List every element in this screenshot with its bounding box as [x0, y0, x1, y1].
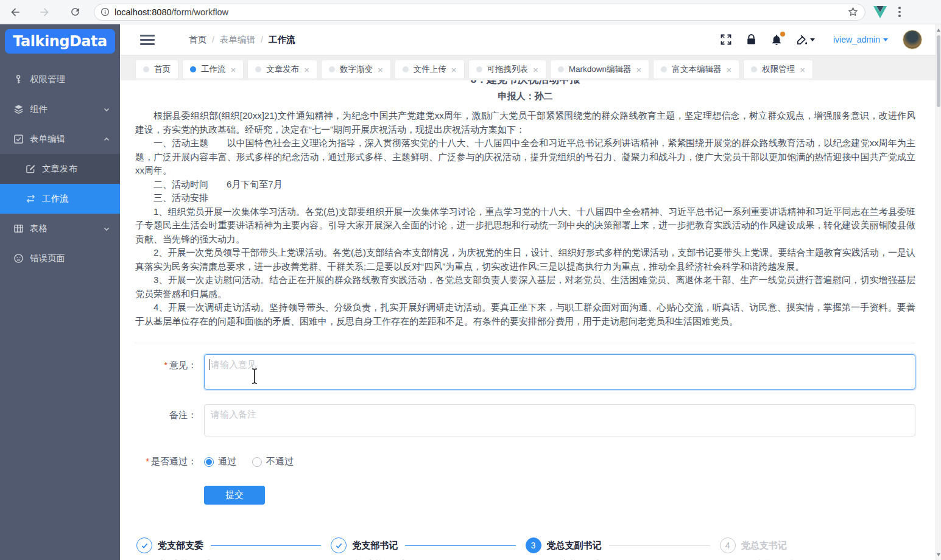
- step-title: 党总支书记: [741, 540, 787, 551]
- submit-button[interactable]: 提交: [204, 486, 265, 505]
- browser-back-button[interactable]: [5, 2, 26, 23]
- sidebar-menu: 权限管理 组件 表单编辑 文章发布 工作流 表格: [0, 65, 120, 273]
- notifications-button[interactable]: [770, 33, 783, 46]
- tab-label: 文章发布: [266, 64, 299, 75]
- step-connector: [211, 545, 321, 546]
- ibeam-cursor: [250, 368, 259, 385]
- page-content: 8：建党节庆祝活动申报 申报人：孙二 根据县委组织部(组织[20xx]21)文件…: [120, 80, 936, 560]
- tab-label: Markdown编辑器: [569, 64, 632, 75]
- avatar[interactable]: [903, 30, 922, 49]
- sidebar-item-workflow[interactable]: 工作流: [0, 184, 120, 214]
- close-icon[interactable]: ×: [800, 65, 805, 74]
- tab-label: 富文本编辑器: [672, 64, 721, 75]
- tab-drag-list[interactable]: 可拖拽列表×: [468, 60, 546, 79]
- close-icon[interactable]: ×: [231, 65, 236, 74]
- breadcrumb-form-edit[interactable]: 表单编辑: [220, 34, 255, 46]
- tab-article-publish[interactable]: 文章发布×: [247, 60, 317, 79]
- sidebar-item-label: 权限管理: [30, 74, 110, 85]
- paragraph: 2、开展一次党员领导干部带头上党课活动。各党(总)支部结合本支部情况，为庆祝党的…: [135, 246, 915, 273]
- paragraph: 一、活动主题 以中国特色社会主义理论为指导，深入贯彻落实党的十八大、十八届四中全…: [135, 136, 915, 178]
- tab-label: 数字渐变: [340, 64, 373, 75]
- close-icon[interactable]: ×: [304, 65, 309, 74]
- tab-markdown-editor[interactable]: Markdown编辑器×: [550, 60, 650, 79]
- step-4: 4 党总支书记 赵六审核并通过: [720, 537, 914, 560]
- remark-label: 备注：: [135, 404, 204, 436]
- page-scrollbar[interactable]: [936, 24, 941, 560]
- remark-row: 备注：: [135, 404, 915, 436]
- tab-home[interactable]: 首页: [135, 60, 178, 79]
- close-icon[interactable]: ×: [378, 65, 383, 74]
- theme-button[interactable]: [796, 34, 815, 46]
- vue-devtools-icon[interactable]: [873, 5, 887, 19]
- step-number: 4: [720, 537, 736, 553]
- radio-fail[interactable]: 不通过: [252, 456, 294, 467]
- open-tabs-bar: 首页 工作流× 文章发布× 数字渐变× 文件上传× 可拖拽列表× Markdow…: [120, 55, 936, 80]
- sidebar: TalkingData 权限管理 组件 表单编辑 文章发布 工作流: [0, 24, 120, 560]
- breadcrumb-separator: /: [212, 35, 214, 44]
- browser-forward-button[interactable]: [34, 2, 55, 23]
- refresh-icon: [69, 6, 81, 18]
- checkbox-icon: [13, 134, 24, 144]
- bookmark-star-icon[interactable]: [847, 6, 859, 18]
- paragraph: 三、活动安排: [135, 191, 915, 205]
- fullscreen-button[interactable]: [720, 33, 732, 46]
- step-number: 3: [526, 537, 541, 553]
- key-icon: [13, 74, 24, 85]
- tab-rich-text-editor[interactable]: 富文本编辑器×: [653, 60, 739, 79]
- sidebar-item-article-publish[interactable]: 文章发布: [0, 154, 120, 184]
- sidebar-item-error-pages[interactable]: 错误页面: [0, 243, 120, 273]
- close-icon[interactable]: ×: [533, 65, 538, 74]
- close-icon[interactable]: ×: [726, 65, 731, 74]
- notification-badge: [780, 32, 785, 37]
- tab-upload[interactable]: 文件上传×: [395, 60, 465, 79]
- user-menu[interactable]: iview_admin: [833, 35, 888, 44]
- lock-button[interactable]: [745, 33, 757, 46]
- radio-label: 不通过: [266, 456, 294, 467]
- sidebar-item-label: 错误页面: [30, 253, 110, 264]
- chevron-up-icon: [103, 136, 110, 143]
- forward-arrow-icon: [38, 6, 51, 18]
- compose-icon: [26, 164, 36, 174]
- scroll-down-arrow[interactable]: [936, 550, 941, 559]
- close-icon[interactable]: ×: [451, 65, 457, 74]
- tab-workflow[interactable]: 工作流×: [182, 60, 244, 79]
- layers-icon: [13, 104, 24, 114]
- sidebar-item-permission[interactable]: 权限管理: [0, 65, 120, 94]
- error-face-icon: [13, 253, 24, 264]
- chevron-down-icon: [103, 106, 110, 113]
- opinion-label: *意见：: [135, 354, 204, 390]
- tab-dot-icon: [751, 66, 757, 72]
- tab-count-to[interactable]: 数字渐变×: [321, 60, 391, 79]
- info-icon: [100, 7, 110, 16]
- step-title: 党支部支委: [158, 540, 203, 551]
- step-3: 3 党总支副书记 王五审核并通过: [526, 537, 720, 560]
- paragraph: 1、组织党员开展一次集体学习活动。各党(总)支部要组织开展一次集体学习讨论，重点…: [135, 205, 915, 247]
- collapse-menu-button[interactable]: [140, 35, 155, 45]
- tab-label: 权限管理: [762, 64, 795, 75]
- paragraph: 二、活动时间 6月下旬至7月: [135, 178, 915, 192]
- paragraph: 4、开展一次调研走访活动。坚持领导带头、分级负责，扎实开展好调研走访活动。要真正…: [135, 301, 915, 328]
- opinion-textarea[interactable]: [204, 354, 915, 390]
- divider: [135, 343, 915, 343]
- close-icon[interactable]: ×: [636, 65, 642, 74]
- document-body: 根据县委组织部(组织[20xx]21)文件通知精神，为纪念中国共产党建党xx周年…: [135, 109, 915, 328]
- sidebar-item-tables[interactable]: 表格: [0, 214, 120, 243]
- scrollbar-thumb[interactable]: [937, 35, 940, 107]
- remark-textarea[interactable]: [204, 404, 915, 436]
- radio-pass[interactable]: 通过: [204, 456, 236, 467]
- breadcrumb-current: 工作流: [269, 34, 295, 46]
- url-text: localhost:8080/form/workflow: [115, 7, 847, 17]
- browser-refresh-button[interactable]: [65, 2, 85, 23]
- paragraph: 3、开展一次走访慰问活动。结合正在开展的群众路线教育实践活动，各党总支部负责人要…: [135, 273, 915, 301]
- address-bar[interactable]: localhost:8080/form/workflow: [94, 4, 865, 21]
- sidebar-item-form-edit[interactable]: 表单编辑: [0, 124, 120, 154]
- scroll-up-arrow[interactable]: [936, 26, 941, 34]
- radio-unselected-icon: [252, 457, 262, 467]
- tab-dot-icon: [329, 66, 335, 72]
- breadcrumb-home[interactable]: 首页: [189, 34, 206, 46]
- workflow-steps: 党支部支委 张三审核并通过 党支部书记 李四审核并通过 3 党总支副书记: [136, 537, 914, 560]
- tab-permission[interactable]: 权限管理×: [743, 60, 813, 79]
- applicant: 申报人：孙二: [135, 89, 915, 103]
- sidebar-item-components[interactable]: 组件: [0, 94, 120, 124]
- browser-menu-button[interactable]: [898, 7, 901, 17]
